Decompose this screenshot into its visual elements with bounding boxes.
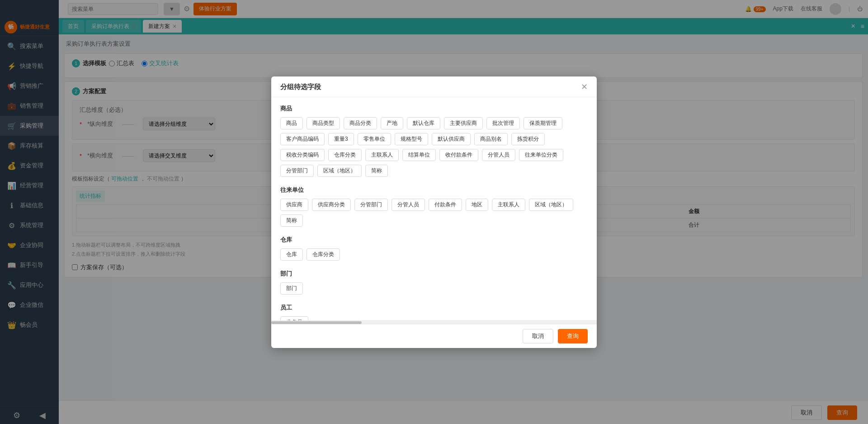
field-tag-区域（地区）[interactable]: 区域（地区） <box>317 165 362 177</box>
field-tag-结算单位[interactable]: 结算单位 <box>402 149 436 161</box>
field-tag-分管人员[interactable]: 分管人员 <box>482 149 515 161</box>
field-tag-主联系人[interactable]: 主联系人 <box>365 149 399 161</box>
field-tag-保质期管理[interactable]: 保质期管理 <box>524 117 562 129</box>
field-tag-仓库分类[interactable]: 仓库分类 <box>307 248 340 261</box>
field-section-title-员工: 员工 <box>280 304 588 312</box>
field-tag-往来单位分类[interactable]: 往来单位分类 <box>519 149 563 161</box>
field-section-title-仓库: 仓库 <box>280 236 588 244</box>
field-tag-拣货积分[interactable]: 拣货积分 <box>511 133 545 145</box>
modal-body: 商品商品商品类型商品分类产地默认仓库主要供应商批次管理保质期管理客户商品编码重量… <box>271 97 597 320</box>
field-tag-供应商[interactable]: 供应商 <box>280 199 308 211</box>
field-tags-仓库: 仓库仓库分类 <box>280 248 588 261</box>
modal-confirm-button[interactable]: 查询 <box>558 329 588 343</box>
field-tag-产地[interactable]: 产地 <box>381 117 403 129</box>
field-tag-默认供应商[interactable]: 默认供应商 <box>432 133 471 145</box>
field-tag-商品分类[interactable]: 商品分类 <box>344 117 377 129</box>
field-tag-供应商分类[interactable]: 供应商分类 <box>312 199 351 211</box>
field-tag-客户商品编码[interactable]: 客户商品编码 <box>280 133 325 145</box>
field-tag-简称[interactable]: 简称 <box>280 214 303 227</box>
field-tag-主联系人[interactable]: 主联系人 <box>492 199 525 211</box>
field-tag-商品类型[interactable]: 商品类型 <box>307 117 340 129</box>
field-tag-重量3[interactable]: 重量3 <box>328 133 354 145</box>
field-section-员工: 员工业务员 <box>280 304 588 320</box>
field-section-仓库: 仓库仓库仓库分类 <box>280 236 588 261</box>
modal-close-button[interactable]: ✕ <box>581 83 588 91</box>
field-tag-简称[interactable]: 简称 <box>365 165 388 177</box>
field-tag-付款条件[interactable]: 付款条件 <box>429 199 462 211</box>
field-tag-收付款条件[interactable]: 收付款条件 <box>439 149 478 161</box>
field-tag-默认仓库[interactable]: 默认仓库 <box>407 117 440 129</box>
modal-footer: 取消 查询 <box>271 324 597 348</box>
field-tag-地区[interactable]: 地区 <box>466 199 488 211</box>
field-section-往来单位: 往来单位供应商供应商分类分管部门分管人员付款条件地区主联系人区域（地区）简称 <box>280 186 588 227</box>
field-tag-仓库[interactable]: 仓库 <box>280 248 303 261</box>
field-tag-税收分类编码[interactable]: 税收分类编码 <box>280 149 325 161</box>
field-tag-分管部门[interactable]: 分管部门 <box>280 165 314 177</box>
field-tag-区域（地区）[interactable]: 区域（地区） <box>529 199 573 211</box>
field-tags-部门: 部门 <box>280 282 588 295</box>
field-tag-商品[interactable]: 商品 <box>280 117 303 129</box>
field-section-title-商品: 商品 <box>280 105 588 113</box>
field-tag-部门[interactable]: 部门 <box>280 282 303 295</box>
field-section-title-往来单位: 往来单位 <box>280 186 588 194</box>
field-tag-仓库分类[interactable]: 仓库分类 <box>328 149 362 161</box>
field-section-title-部门: 部门 <box>280 270 588 278</box>
field-tag-规格型号[interactable]: 规格型号 <box>395 133 428 145</box>
modal-title: 分组待选字段 <box>280 83 321 91</box>
field-tag-业务员[interactable]: 业务员 <box>280 316 308 320</box>
modal-cancel-button[interactable]: 取消 <box>523 329 553 343</box>
field-tag-批次管理[interactable]: 批次管理 <box>486 117 520 129</box>
field-tags-往来单位: 供应商供应商分类分管部门分管人员付款条件地区主联系人区域（地区）简称 <box>280 199 588 227</box>
field-section-部门: 部门部门 <box>280 270 588 295</box>
field-tag-零售单位[interactable]: 零售单位 <box>358 133 391 145</box>
modal-header: 分组待选字段 ✕ <box>271 76 597 97</box>
field-select-modal: 分组待选字段 ✕ 商品商品商品类型商品分类产地默认仓库主要供应商批次管理保质期管… <box>271 76 597 348</box>
modal-horizontal-scrollbar[interactable] <box>271 320 597 324</box>
field-tags-员工: 业务员 <box>280 316 588 320</box>
field-tag-分管部门[interactable]: 分管部门 <box>354 199 388 211</box>
field-section-商品: 商品商品商品类型商品分类产地默认仓库主要供应商批次管理保质期管理客户商品编码重量… <box>280 105 588 177</box>
field-tags-商品: 商品商品类型商品分类产地默认仓库主要供应商批次管理保质期管理客户商品编码重量3零… <box>280 117 588 177</box>
modal-overlay[interactable]: 分组待选字段 ✕ 商品商品商品类型商品分类产地默认仓库主要供应商批次管理保质期管… <box>0 0 868 424</box>
field-tag-商品别名[interactable]: 商品别名 <box>474 133 508 145</box>
field-tag-主要供应商[interactable]: 主要供应商 <box>444 117 483 129</box>
field-tag-分管人员[interactable]: 分管人员 <box>392 199 425 211</box>
